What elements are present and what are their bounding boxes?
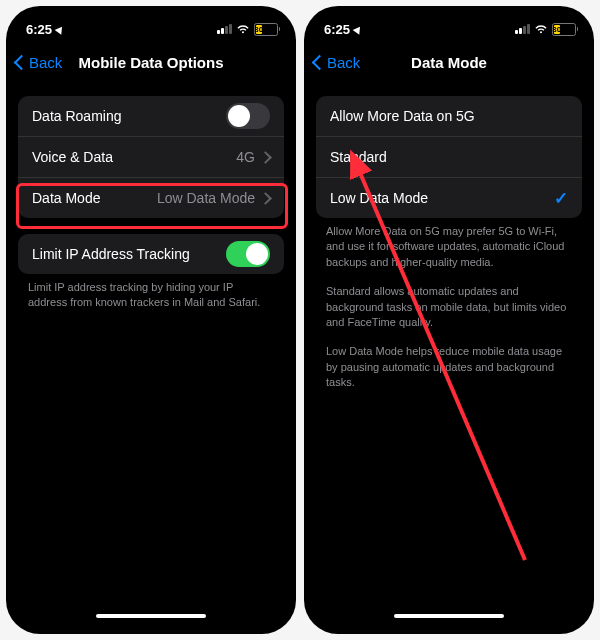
phone-left: 6:25 30 <box>6 6 296 634</box>
footer-p1: Allow More Data on 5G may prefer 5G to W… <box>326 224 572 270</box>
row-value: Low Data Mode <box>157 190 255 206</box>
row-label: Data Roaming <box>32 108 226 124</box>
options-group: Allow More Data on 5G Standard Low Data … <box>316 96 582 218</box>
back-label: Back <box>29 54 62 71</box>
toggle-limit-ip[interactable] <box>226 241 270 267</box>
back-button[interactable]: Back <box>16 54 62 71</box>
footer-text: Limit IP address tracking by hiding your… <box>6 274 296 311</box>
battery-icon: 30 <box>552 23 579 36</box>
row-voice-data[interactable]: Voice & Data 4G <box>18 136 284 177</box>
chevron-left-icon <box>14 54 30 70</box>
row-label: Allow More Data on 5G <box>330 108 568 124</box>
back-button[interactable]: Back <box>314 54 360 71</box>
chevron-left-icon <box>312 54 328 70</box>
nav-bar: Back Mobile Data Options <box>6 44 296 80</box>
option-standard[interactable]: Standard <box>316 136 582 177</box>
cellular-icon <box>217 24 232 34</box>
option-low-data[interactable]: Low Data Mode ✓ <box>316 177 582 218</box>
row-label: Low Data Mode <box>330 190 554 206</box>
battery-icon: 30 <box>254 23 281 36</box>
settings-group-1: Data Roaming Voice & Data 4G Data Mode L… <box>18 96 284 218</box>
wifi-icon <box>534 24 548 34</box>
footer-p2: Standard allows automatic updates and ba… <box>326 284 572 330</box>
footer-p3: Low Data Mode helps reduce mobile data u… <box>326 344 572 390</box>
row-data-roaming[interactable]: Data Roaming <box>18 96 284 136</box>
row-label: Voice & Data <box>32 149 236 165</box>
row-value: 4G <box>236 149 255 165</box>
back-label: Back <box>327 54 360 71</box>
option-allow-more[interactable]: Allow More Data on 5G <box>316 96 582 136</box>
settings-group-2: Limit IP Address Tracking <box>18 234 284 274</box>
cellular-icon <box>515 24 530 34</box>
footer-text: Allow More Data on 5G may prefer 5G to W… <box>304 218 594 405</box>
toggle-data-roaming[interactable] <box>226 103 270 129</box>
status-bar: 6:25 30 <box>304 6 594 44</box>
nav-bar: Back Data Mode <box>304 44 594 80</box>
row-label: Data Mode <box>32 190 157 206</box>
row-data-mode[interactable]: Data Mode Low Data Mode <box>18 177 284 218</box>
phone-right: 6:25 30 <box>304 6 594 634</box>
status-time: 6:25 <box>26 22 52 37</box>
home-indicator[interactable] <box>394 614 504 619</box>
status-bar: 6:25 30 <box>6 6 296 44</box>
row-label: Limit IP Address Tracking <box>32 246 226 262</box>
chevron-right-icon <box>259 151 272 164</box>
location-icon <box>55 24 66 34</box>
check-icon: ✓ <box>554 188 568 209</box>
status-time: 6:25 <box>324 22 350 37</box>
home-indicator[interactable] <box>96 614 206 619</box>
row-limit-ip[interactable]: Limit IP Address Tracking <box>18 234 284 274</box>
row-label: Standard <box>330 149 568 165</box>
chevron-right-icon <box>259 192 272 205</box>
wifi-icon <box>236 24 250 34</box>
location-icon <box>353 24 364 34</box>
